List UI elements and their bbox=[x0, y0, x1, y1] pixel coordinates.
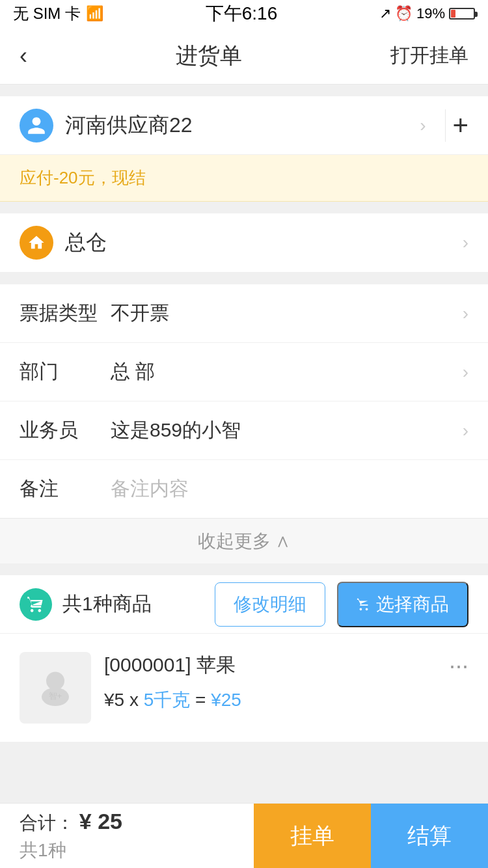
product-info: [0000001] 苹果 ¥5 x 5千克 = ¥25 bbox=[104, 652, 429, 712]
alarm-icon: ⏰ bbox=[395, 5, 413, 22]
total-row: 合计： ¥ 25 bbox=[20, 809, 234, 835]
collapse-label: 收起更多 ∧ bbox=[198, 529, 291, 554]
home-icon bbox=[27, 234, 46, 252]
form-section: 票据类型 不开票 › 部门 总 部 › 业务员 这是859的小智 › 备注 备注… bbox=[0, 284, 488, 518]
invoice-label: 票据类型 bbox=[20, 300, 98, 327]
select-product-button[interactable]: 选择商品 bbox=[337, 582, 468, 627]
price-text: ¥5 x bbox=[104, 690, 144, 710]
remark-label: 备注 bbox=[20, 476, 98, 502]
svg-text:智+: 智+ bbox=[49, 692, 62, 701]
sales-arrow: › bbox=[463, 420, 468, 441]
battery-percent: 19% bbox=[416, 5, 445, 22]
invoice-arrow: › bbox=[463, 303, 468, 324]
footer-total: 合计： ¥ 25 共1种 bbox=[0, 804, 254, 868]
hang-label: 挂单 bbox=[290, 821, 334, 851]
remark-row[interactable]: 备注 备注内容 bbox=[0, 459, 488, 518]
svg-point-0 bbox=[46, 672, 64, 690]
status-left: 无 SIM 卡 📶 bbox=[13, 3, 103, 24]
warehouse-section: 总仓 › bbox=[0, 213, 488, 272]
product-thumbnail: 智+ bbox=[20, 652, 91, 724]
settle-label: 结算 bbox=[407, 821, 452, 851]
notice-text: 应付-20元，现结 bbox=[20, 168, 146, 187]
status-right: ↗ ⏰ 19% bbox=[379, 5, 475, 22]
price-total: ¥25 bbox=[211, 690, 241, 710]
product-price: ¥5 x 5千克 = ¥25 bbox=[104, 688, 429, 712]
warehouse-row[interactable]: 总仓 › bbox=[0, 213, 488, 272]
carrier-text: 无 SIM 卡 bbox=[13, 3, 81, 24]
invoice-row[interactable]: 票据类型 不开票 › bbox=[0, 284, 488, 342]
product-count-icon bbox=[20, 588, 52, 621]
open-hang-button[interactable]: 打开挂单 bbox=[390, 42, 468, 69]
status-bar: 无 SIM 卡 📶 下午6:16 ↗ ⏰ 19% bbox=[0, 0, 488, 27]
battery-icon bbox=[449, 8, 475, 20]
dept-label: 部门 bbox=[20, 359, 98, 385]
location-icon: ↗ bbox=[379, 5, 391, 22]
price-eq: = bbox=[190, 690, 211, 710]
page-title: 进货单 bbox=[176, 41, 242, 71]
divider bbox=[445, 109, 446, 142]
collapse-bar[interactable]: 收起更多 ∧ bbox=[0, 518, 488, 563]
footer: 合计： ¥ 25 共1种 挂单 结算 bbox=[0, 803, 488, 868]
warehouse-icon bbox=[20, 226, 53, 260]
warehouse-arrow: › bbox=[463, 232, 468, 253]
select-product-label: 选择商品 bbox=[376, 592, 449, 617]
person-icon bbox=[26, 115, 47, 136]
price-qty: 5千克 bbox=[144, 690, 191, 710]
select-icon bbox=[357, 597, 371, 612]
product-count-text: 共1种商品 bbox=[62, 591, 215, 617]
product-item: 智+ [0000001] 苹果 ¥5 x 5千克 = ¥25 ··· bbox=[0, 634, 488, 742]
notice-bar: 应付-20元，现结 bbox=[0, 155, 488, 202]
wifi-icon: 📶 bbox=[86, 5, 103, 22]
supplier-name: 河南供应商22 bbox=[65, 111, 420, 140]
cart-icon bbox=[27, 595, 45, 614]
status-time: 下午6:16 bbox=[206, 1, 278, 26]
total-label: 合计： bbox=[20, 813, 74, 833]
product-default-icon: 智+ bbox=[33, 665, 78, 711]
supplier-row[interactable]: 河南供应商22 › + bbox=[0, 96, 488, 155]
warehouse-name: 总仓 bbox=[65, 228, 463, 257]
supplier-arrow: › bbox=[420, 115, 426, 136]
battery-fill bbox=[451, 10, 455, 18]
supplier-section: 河南供应商22 › + 应付-20元，现结 bbox=[0, 96, 488, 202]
settle-button[interactable]: 结算 bbox=[371, 804, 488, 868]
total-amount: ¥ 25 bbox=[79, 809, 122, 834]
supplier-avatar bbox=[20, 109, 53, 142]
add-button[interactable]: + bbox=[452, 112, 468, 139]
product-header: 共1种商品 修改明细 选择商品 bbox=[0, 575, 488, 634]
back-button[interactable]: ‹ bbox=[20, 42, 27, 70]
product-title: 苹果 bbox=[197, 654, 236, 675]
product-code: [0000001] bbox=[104, 654, 191, 675]
sales-label: 业务员 bbox=[20, 417, 98, 444]
dept-value: 总 部 bbox=[98, 359, 463, 385]
remark-placeholder: 备注内容 bbox=[98, 476, 468, 502]
sales-row[interactable]: 业务员 这是859的小智 › bbox=[0, 401, 488, 459]
edit-detail-button[interactable]: 修改明细 bbox=[215, 582, 325, 627]
total-unit: 共1种 bbox=[20, 838, 234, 863]
dept-row[interactable]: 部门 总 部 › bbox=[0, 342, 488, 401]
invoice-value: 不开票 bbox=[98, 300, 463, 327]
sales-value: 这是859的小智 bbox=[98, 417, 463, 444]
product-name: [0000001] 苹果 bbox=[104, 652, 429, 679]
nav-bar: ‹ 进货单 打开挂单 bbox=[0, 27, 488, 85]
dept-arrow: › bbox=[463, 362, 468, 383]
hang-button[interactable]: 挂单 bbox=[254, 804, 371, 868]
product-more-button[interactable]: ··· bbox=[442, 652, 468, 679]
